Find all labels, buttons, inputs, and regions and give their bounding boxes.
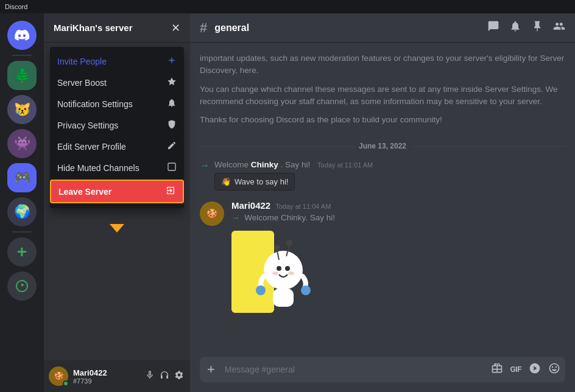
title-bar: Discord [0, 0, 575, 13]
invite-label: Invite People [57, 57, 107, 66]
server-icon-2[interactable]: 😿 [7, 95, 37, 124]
welcome-username: Chinky [251, 160, 278, 169]
invite-icon [167, 55, 177, 67]
channel-name: general [214, 23, 249, 33]
context-menu-server-boost[interactable]: Server Boost [50, 72, 184, 93]
server-icon-2-emoji: 😿 [14, 102, 30, 117]
message-sticker [231, 225, 317, 316]
svg-point-10 [288, 271, 294, 275]
context-menu-hide-muted[interactable]: Hide Muted Channels [50, 157, 184, 178]
bell-header-icon[interactable] [509, 20, 521, 35]
close-icon[interactable]: ✕ [171, 21, 180, 35]
context-menu-edit-profile[interactable]: Edit Server Profile [50, 136, 184, 157]
server-icon-3-emoji: 👾 [14, 136, 30, 152]
user-tag: #7739 [73, 377, 139, 385]
headphones-button[interactable] [158, 369, 171, 383]
svg-point-7 [277, 266, 281, 271]
add-server-icon: + [17, 242, 27, 262]
channel-sidebar: MariKhan's server ✕ Invite People Server… [44, 13, 190, 392]
system-message-2: You can change which channel these messa… [200, 83, 565, 108]
welcome-time: Today at 11:01 AM [317, 161, 373, 169]
context-menu-invite[interactable]: Invite People [50, 51, 184, 72]
wave-label: Wave to say hi! [235, 177, 288, 186]
message-input-area: + GIF [190, 357, 575, 392]
message-meta-1: Mari0422 Today at 11:04 AM [231, 200, 565, 211]
messages-area: important updates, such as new moderatio… [190, 43, 575, 357]
leave-server-label: Leave Server [58, 187, 111, 197]
message-text-1: Welcome Chinky. Say hi! [244, 213, 335, 222]
server-icon-5-emoji: 🌍 [14, 204, 30, 220]
server-icon-3[interactable]: 👾 [7, 129, 37, 158]
explore-button[interactable] [7, 271, 37, 301]
server-divider-2 [12, 231, 32, 233]
gif-icon[interactable]: GIF [510, 365, 522, 374]
user-avatar-emoji: 🍪 [54, 371, 64, 381]
pencil-icon [167, 141, 177, 152]
add-server-button[interactable]: + [7, 237, 37, 267]
user-controls [144, 369, 185, 383]
main-content: # general [190, 13, 575, 392]
message-content-1: Mari0422 Today at 11:04 AM → Welcome Chi… [231, 200, 565, 316]
welcome-text-suffix: . Say hi! [281, 160, 311, 169]
user-status-indicator [63, 380, 69, 387]
sticker-icon[interactable] [529, 362, 541, 377]
user-avatar: 🍪 [49, 366, 68, 386]
context-menu-leave-server[interactable]: Leave Server [50, 180, 184, 203]
user-name: Mari0422 [73, 368, 139, 377]
checkbox-icon [167, 162, 177, 173]
channel-header: # general [190, 13, 575, 43]
microphone-button[interactable] [144, 369, 156, 383]
wave-button[interactable]: 👋 Wave to say hi! [214, 173, 295, 191]
server-icon-1-emoji: 🌲 [14, 68, 30, 83]
message-input-box: + GIF [200, 357, 565, 382]
bell-icon [167, 98, 177, 110]
privacy-label: Privacy Settings [57, 121, 118, 130]
context-menu: Invite People Server Boost Notific [50, 47, 184, 208]
leave-icon [166, 186, 175, 197]
system-message-3: Thanks for choosing Discord as the place… [200, 114, 565, 126]
server-name: MariKhan's server [54, 23, 132, 33]
welcome-system-message: → Welcome Chinky . Say hi! Today at 11:0… [200, 160, 565, 191]
message-author-1: Mari0422 [231, 200, 270, 211]
server-icon-1[interactable]: 🌲 [7, 61, 37, 90]
context-menu-notifications[interactable]: Notification Settings [50, 93, 184, 114]
channel-header-icons [487, 20, 565, 35]
pin-header-icon[interactable] [531, 20, 543, 35]
svg-point-9 [272, 271, 278, 275]
boost-icon [167, 77, 177, 88]
user-area: 🍪 Mari0422 #7739 [44, 360, 190, 392]
date-divider: June 13, 2022 [200, 142, 565, 150]
server-icon-active[interactable]: 🎮 [7, 163, 37, 192]
server-icon-5[interactable]: 🌍 [7, 197, 37, 226]
server-list: 🌲 😿 👾 🎮 🌍 + [0, 13, 44, 392]
settings-button[interactable] [173, 369, 185, 383]
input-plus-button[interactable]: + [205, 357, 217, 382]
context-menu-privacy[interactable]: Privacy Settings [50, 114, 184, 136]
arrow-indicator [110, 224, 124, 233]
svg-rect-0 [168, 163, 175, 170]
server-header[interactable]: MariKhan's server ✕ [44, 13, 190, 43]
title-bar-text: Discord [5, 3, 27, 10]
message-avatar-1: 🍪 [200, 201, 224, 226]
svg-point-8 [285, 266, 290, 271]
svg-point-3 [274, 245, 280, 251]
hide-muted-label: Hide Muted Channels [57, 163, 139, 173]
server-icon-active-emoji: 🎮 [14, 170, 30, 186]
server-icon-home[interactable] [7, 21, 37, 50]
svg-point-4 [286, 240, 292, 246]
svg-point-2 [264, 251, 303, 290]
hashtag-header-icon[interactable] [487, 20, 499, 35]
emoji-icon[interactable] [548, 362, 560, 377]
gift-icon[interactable] [491, 362, 503, 377]
edit-profile-label: Edit Server Profile [57, 142, 126, 152]
channel-hash-icon: # [200, 20, 207, 36]
message-input[interactable] [222, 358, 486, 381]
message-time-1: Today at 11:04 AM [275, 203, 331, 210]
server-boost-label: Server Boost [57, 78, 107, 88]
notifications-label: Notification Settings [57, 99, 133, 109]
welcome-arrow-icon: → [200, 160, 210, 171]
welcome-text-prefix: Welcome [214, 160, 251, 169]
members-header-icon[interactable] [553, 20, 565, 35]
wave-emoji: 👋 [221, 177, 231, 186]
svg-point-11 [256, 285, 266, 295]
